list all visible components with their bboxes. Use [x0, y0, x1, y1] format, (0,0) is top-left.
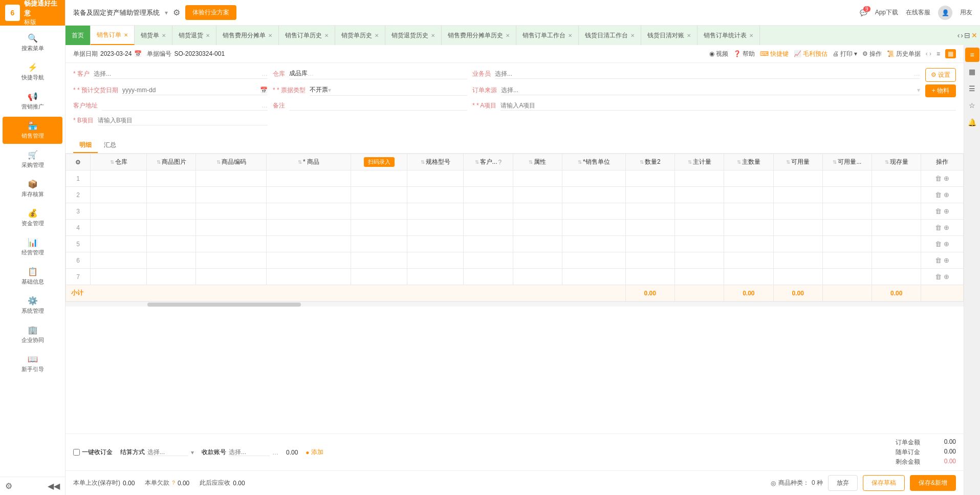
row-4-main-unit[interactable]	[674, 220, 724, 236]
sort-customer-code-icon[interactable]: ⇅	[475, 159, 479, 165]
row-5-available[interactable]	[773, 236, 822, 252]
row-1-qty2[interactable]	[625, 170, 674, 187]
row-7-name[interactable]	[267, 269, 351, 285]
print-btn[interactable]: 🖨 打印 ▾	[833, 50, 857, 58]
row-3-attribute[interactable]	[513, 203, 562, 220]
profit-btn[interactable]: 📈 毛利预估	[794, 50, 827, 58]
row-2-available[interactable]	[773, 187, 822, 203]
current-due-help-icon[interactable]: ?	[172, 480, 175, 486]
tab-sales-order-close[interactable]: ✕	[124, 32, 128, 38]
row-3-spec[interactable]	[407, 203, 464, 220]
address-suffix-icon[interactable]: …	[262, 102, 268, 109]
row-7-available[interactable]	[773, 269, 822, 285]
tab-sales-return[interactable]: 销货退货 ✕	[172, 26, 216, 45]
row-3-copy-icon[interactable]: ⊕	[944, 207, 949, 215]
tab-sales-order-history[interactable]: 销售订单历史 ✕	[279, 26, 335, 45]
sidebar-item-purchase[interactable]: 🛒 采购管理	[3, 146, 62, 173]
row-5-image[interactable]	[147, 236, 196, 252]
row-1-available2[interactable]	[822, 170, 872, 187]
sidebar-item-inventory[interactable]: 📦 库存核算	[3, 175, 62, 202]
row-3-code[interactable]	[196, 203, 267, 220]
row-7-stock[interactable]	[872, 269, 921, 285]
row-4-sales-unit[interactable]	[562, 220, 625, 236]
row-5-delete-icon[interactable]: 🗑	[935, 240, 942, 248]
row-4-image[interactable]	[147, 220, 196, 236]
row-2-sales-unit[interactable]	[562, 187, 625, 203]
quick-payment-checkbox[interactable]	[73, 449, 80, 456]
tab-sales-order-workbench[interactable]: 销售订单工作台 ✕	[516, 26, 579, 45]
tab-sales-return-close[interactable]: ✕	[206, 33, 210, 38]
tab-sales-expense-split[interactable]: 销售费用分摊单 ✕	[216, 26, 279, 45]
sidebar-collapse-icon[interactable]: ◀◀	[48, 481, 60, 491]
row-1-code[interactable]	[196, 170, 267, 187]
row-6-warehouse[interactable]	[91, 252, 147, 269]
online-service-link[interactable]: 在线客服	[906, 8, 930, 17]
tab-sales-order-stats[interactable]: 销售订单统计表 ✕	[698, 26, 760, 45]
row-7-qty2[interactable]	[625, 269, 674, 285]
tab-sales-return-history[interactable]: 销货退货历史 ✕	[385, 26, 442, 45]
sidebar-settings-icon[interactable]: ⚙	[5, 481, 12, 491]
row-2-name[interactable]	[267, 187, 351, 203]
date-value[interactable]: 2023-03-24	[100, 50, 132, 57]
row-3-stock[interactable]	[872, 203, 921, 220]
row-6-spec[interactable]	[407, 252, 464, 269]
row-2-attribute[interactable]	[513, 187, 562, 203]
row-1-main-unit[interactable]	[674, 170, 724, 187]
sidebar-item-guide[interactable]: 📖 新手引导	[3, 350, 62, 377]
payment-method-input[interactable]	[147, 448, 188, 456]
row-6-available2[interactable]	[822, 252, 872, 269]
row-3-main-unit[interactable]	[674, 203, 724, 220]
row-6-attribute[interactable]	[513, 252, 562, 269]
customer-input[interactable]	[94, 70, 262, 77]
row-4-warehouse[interactable]	[91, 220, 147, 236]
shortcut-btn[interactable]: ⌨ 快捷键	[760, 50, 789, 58]
sort-main-qty-icon[interactable]: ⇅	[737, 159, 741, 165]
row-2-spec[interactable]	[407, 187, 464, 203]
row-7-attribute[interactable]	[513, 269, 562, 285]
right-panel-star-btn[interactable]: ☆	[965, 98, 979, 113]
sort-main-unit-icon[interactable]: ⇅	[688, 159, 692, 165]
tab-cash-daily-workbench-close[interactable]: ✕	[630, 33, 635, 38]
row-6-copy-icon[interactable]: ⊕	[944, 256, 949, 264]
operation-btn[interactable]: ⚙ 操作	[862, 50, 882, 58]
history-btn[interactable]: 📜 历史单据	[887, 50, 921, 58]
tab-home[interactable]: 首页	[66, 26, 91, 45]
row-1-name[interactable]	[267, 170, 351, 187]
row-5-copy-icon[interactable]: ⊕	[944, 240, 949, 248]
row-5-customer-code[interactable]	[464, 236, 513, 252]
sidebar-item-base[interactable]: 📋 基础信息	[3, 263, 62, 290]
topbar-chevron-down-icon[interactable]: ▾	[165, 9, 168, 16]
row-4-stock[interactable]	[872, 220, 921, 236]
tab-cash-daily-workbench[interactable]: 钱货日清工作台 ✕	[579, 26, 641, 45]
row-2-code[interactable]	[196, 187, 267, 203]
sort-available2-icon[interactable]: ⇅	[833, 159, 837, 165]
row-7-image[interactable]	[147, 269, 196, 285]
sort-sales-unit-icon[interactable]: ⇅	[578, 159, 582, 165]
tab-cash-daily-reconcile[interactable]: 钱货日清对账 ✕	[641, 26, 698, 45]
save-new-button[interactable]: 保存&新增	[910, 475, 956, 491]
sidebar-item-search[interactable]: 🔍 搜索菜单	[3, 29, 62, 56]
sidebar-item-quick[interactable]: ⚡ 快捷导航	[3, 58, 62, 85]
row-6-code[interactable]	[196, 252, 267, 269]
sidebar-item-enterprise[interactable]: 🏢 企业协同	[3, 321, 62, 348]
tab-sales-bill[interactable]: 销货单 ✕	[135, 26, 172, 45]
grid-view-icon[interactable]: ▦	[945, 49, 956, 58]
address-input[interactable]	[102, 102, 262, 109]
scan-button[interactable]: 扫码录入	[364, 157, 395, 167]
row-2-warehouse[interactable]	[91, 187, 147, 203]
customer-suffix-icon[interactable]: …	[262, 70, 268, 77]
trial-plan-button[interactable]: 体验行业方案	[185, 5, 236, 20]
right-panel-bell-btn[interactable]: 🔔	[965, 115, 979, 130]
row-7-copy-icon[interactable]: ⊕	[944, 273, 949, 281]
row-4-customer-code[interactable]	[464, 220, 513, 236]
row-5-main-qty[interactable]	[724, 236, 773, 252]
row-4-available2[interactable]	[822, 220, 872, 236]
row-7-main-qty[interactable]	[724, 269, 773, 285]
tab-scroll-left-icon[interactable]: ‹	[957, 31, 960, 39]
row-1-attribute[interactable]	[513, 170, 562, 187]
row-3-available[interactable]	[773, 203, 822, 220]
row-3-qty2[interactable]	[625, 203, 674, 220]
row-5-stock[interactable]	[872, 236, 921, 252]
collection-account-suffix-icon[interactable]: …	[272, 449, 278, 456]
sort-spec-icon[interactable]: ⇅	[421, 159, 425, 165]
